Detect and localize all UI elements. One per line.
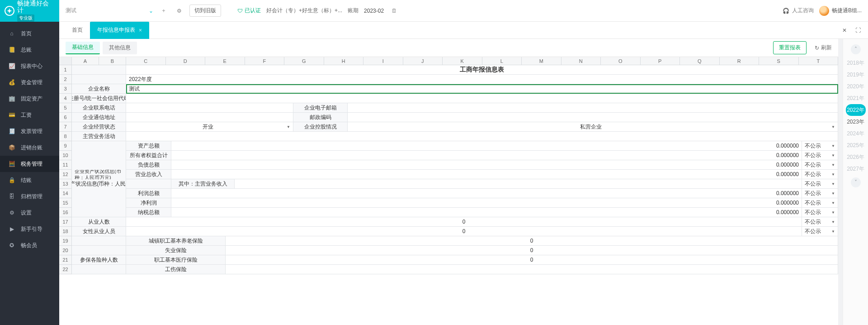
sheet-corner[interactable] — [59, 57, 72, 65]
sidebar-item-settings[interactable]: ⚙设置 — [0, 205, 59, 221]
row-header[interactable]: 15 — [59, 198, 72, 208]
disclose-select[interactable]: 不公示▼ — [802, 227, 838, 236]
sidebar-item-stock[interactable]: 📦进销台账 — [0, 139, 59, 156]
row-header[interactable]: 4 — [59, 94, 72, 103]
col-header[interactable]: G — [284, 57, 324, 65]
sidebar-item-archive[interactable]: 🗄归档管理 — [0, 188, 59, 205]
row-header[interactable]: 17 — [59, 217, 72, 227]
insurance-value[interactable] — [226, 265, 838, 274]
human-service-button[interactable]: 🎧 人工咨询 — [783, 7, 814, 14]
email-input[interactable] — [348, 103, 838, 113]
col-header[interactable]: B — [99, 57, 126, 65]
tab-home[interactable]: 首页 — [65, 22, 90, 39]
row-header[interactable]: 18 — [59, 227, 72, 236]
address-input[interactable] — [126, 113, 293, 122]
user-menu[interactable]: 畅捷通B组... — [819, 6, 862, 16]
col-header[interactable]: M — [522, 57, 561, 65]
sidebar-item-guide[interactable]: ▶新手引导 — [0, 221, 59, 237]
col-header[interactable]: P — [641, 57, 680, 65]
col-header[interactable]: R — [720, 57, 760, 65]
insurance-value[interactable]: 0 — [226, 255, 838, 265]
disclose-select[interactable]: 不公示▼ — [802, 141, 838, 151]
row-header[interactable]: 21 — [59, 255, 72, 265]
female-employees-value[interactable]: 0 — [126, 227, 802, 236]
insurance-value[interactable]: 0 — [226, 236, 838, 246]
year-item[interactable]: 2026年 — [846, 151, 866, 163]
col-header[interactable]: C — [126, 57, 166, 65]
year-item[interactable]: 2019年 — [846, 69, 866, 81]
scrollbar[interactable] — [838, 39, 843, 325]
col-header[interactable]: T — [799, 57, 839, 65]
asset-metric-value[interactable]: 0.000000 — [171, 151, 802, 160]
sidebar-item-asset[interactable]: 🏢固定资产 — [0, 91, 59, 107]
sidebar-item-vip[interactable]: ✪畅会员 — [0, 237, 59, 253]
row-header[interactable]: 13 — [59, 179, 72, 189]
tab-annual-report[interactable]: 年报信息申报表 × — [90, 22, 149, 39]
disclose-select[interactable]: 不公示▼ — [802, 217, 838, 227]
main-revenue-value[interactable] — [235, 179, 802, 189]
sidebar-item-home[interactable]: ⌂首页 — [0, 25, 59, 42]
scroll-up-icon[interactable]: ˄ — [851, 44, 861, 54]
asset-metric-value[interactable]: 0.000000 — [171, 170, 802, 179]
add-icon[interactable]: ＋ — [159, 6, 169, 16]
gear-icon[interactable]: ⚙ — [174, 6, 184, 16]
disclose-select[interactable]: 不公示▼ — [802, 208, 838, 217]
disclose-select[interactable]: 不公示▼ — [802, 198, 838, 208]
postal-input[interactable] — [348, 113, 838, 122]
col-header[interactable]: F — [245, 57, 285, 65]
col-header[interactable]: A — [72, 57, 99, 65]
spreadsheet[interactable]: ABCDEFGHIJKLMNOPQRST 1234567891011121314… — [59, 57, 838, 325]
asset-metric-value[interactable]: 0.000000 — [171, 141, 802, 151]
subtab-basic[interactable]: 基础信息 — [66, 42, 100, 54]
sidebar-item-salary[interactable]: 💳工资 — [0, 107, 59, 123]
sidebar-item-report[interactable]: 📈报表中心 — [0, 58, 59, 74]
holding-select[interactable]: 私营企业▼ — [348, 122, 838, 132]
row-header[interactable]: 20 — [59, 246, 72, 255]
year-item[interactable]: 2027年 — [846, 163, 866, 175]
year-item[interactable]: 2021年 — [846, 92, 866, 104]
row-header[interactable]: 11 — [59, 160, 72, 170]
account-selector[interactable]: 测试 ⌄ — [66, 7, 153, 14]
year-item[interactable]: 2024年 — [846, 128, 866, 139]
disclose-select[interactable]: 不公示▼ — [802, 160, 838, 170]
year-item[interactable]: 2022年 — [846, 104, 866, 116]
col-header[interactable]: S — [759, 57, 799, 65]
phone-input[interactable] — [126, 103, 293, 113]
row-header[interactable]: 10 — [59, 151, 72, 160]
calendar-icon[interactable]: 🗓 — [389, 6, 399, 16]
row-header[interactable]: 12 — [59, 170, 72, 179]
row-header[interactable]: 6 — [59, 113, 72, 122]
reg-code-input[interactable] — [126, 94, 838, 103]
row-header[interactable]: 19 — [59, 236, 72, 246]
row-header[interactable]: 16 — [59, 208, 72, 217]
subtab-other[interactable]: 其他信息 — [103, 42, 137, 54]
row-header[interactable]: 8 — [59, 132, 72, 141]
col-header[interactable]: D — [166, 57, 206, 65]
employees-value[interactable]: 0 — [126, 217, 802, 227]
col-header[interactable]: K — [443, 57, 482, 65]
row-header[interactable]: 2 — [59, 75, 72, 84]
asset-metric-value[interactable]: 0.000000 — [171, 160, 802, 170]
row-header[interactable]: 1 — [59, 65, 72, 75]
sidebar-item-close-period[interactable]: 🔒结账 — [0, 172, 59, 188]
biz-status-select[interactable]: 开业▼ — [126, 122, 293, 132]
year-item[interactable]: 2025年 — [846, 139, 866, 151]
col-header[interactable]: L — [482, 57, 522, 65]
asset-metric-value[interactable]: 0.000000 — [171, 189, 802, 198]
company-name-input[interactable]: 测试 — [126, 84, 838, 94]
col-header[interactable]: Q — [680, 57, 720, 65]
close-all-icon[interactable]: ✕ — [840, 26, 849, 35]
disclose-select[interactable]: 不公示▼ — [802, 151, 838, 160]
mainbiz-input[interactable] — [126, 132, 838, 141]
year-item[interactable]: 2018年 — [846, 57, 866, 69]
fullscreen-icon[interactable]: ⛶ — [854, 26, 863, 35]
sidebar-item-ledger[interactable]: 📒总账 — [0, 42, 59, 58]
scroll-down-icon[interactable]: ˅ — [851, 177, 861, 187]
asset-metric-value[interactable]: 0.000000 — [171, 198, 802, 208]
disclose-select[interactable]: 不公示▼ — [802, 179, 838, 189]
col-header[interactable]: H — [324, 57, 364, 65]
asset-metric-value[interactable]: 0.000000 — [171, 208, 802, 217]
sidebar-item-tax[interactable]: 🧮税务管理 — [0, 156, 59, 172]
row-header[interactable]: 7 — [59, 122, 72, 132]
sidebar-item-fund[interactable]: 💰资金管理 — [0, 74, 59, 91]
